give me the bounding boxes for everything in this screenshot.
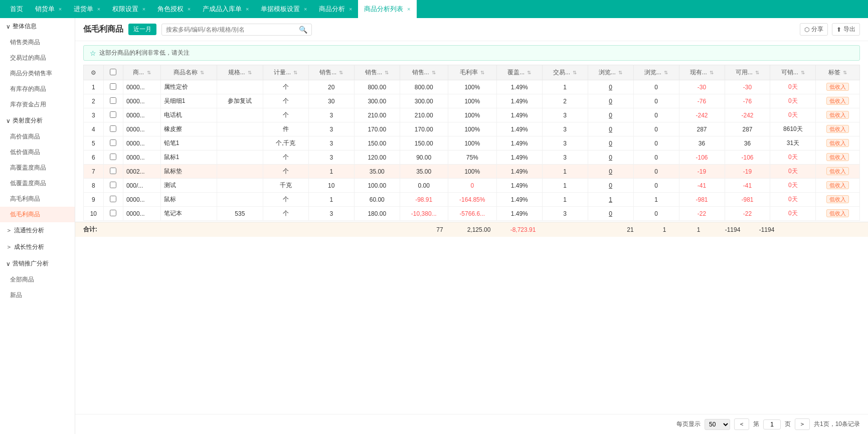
col-sellable[interactable]: 可销... ⇅ <box>770 65 816 80</box>
row-select-checkbox[interactable] <box>110 125 116 132</box>
row-checkbox[interactable] <box>103 179 123 193</box>
nav-item-purchase[interactable]: 进货单 × <box>68 0 106 18</box>
search-icon[interactable]: 🔍 <box>299 26 307 34</box>
nav-item-analysis[interactable]: 商品分析 × <box>313 0 358 18</box>
col-unit[interactable]: 计量... ⇅ <box>263 65 308 80</box>
share-button[interactable]: ⬡ 分享 <box>800 23 828 36</box>
nav-item-sales[interactable]: 销货单 × <box>29 0 68 18</box>
row-gross-margin: 0 <box>448 179 496 193</box>
row-browse1[interactable]: 0 <box>588 122 633 136</box>
nav-item-permissions[interactable]: 权限设置 × <box>106 0 151 18</box>
col-tag[interactable]: 标签 ⇅ <box>816 65 860 80</box>
sidebar-section-overall[interactable]: ∨ 整体信息 <box>0 18 75 35</box>
sidebar-item-low-margin[interactable]: 低毛利商品 <box>0 207 75 222</box>
col-gross-margin[interactable]: 毛利率 ⇅ <box>448 65 496 80</box>
col-name[interactable]: 商品名称 ⇅ <box>160 65 217 80</box>
col-current-stock[interactable]: 现有... ⇅ <box>679 65 725 80</box>
row-select-checkbox[interactable] <box>110 210 116 216</box>
sidebar-item-low-coverage[interactable]: 低覆盖度商品 <box>0 176 75 191</box>
col-browse1[interactable]: 浏览... ⇅ <box>588 65 633 80</box>
close-icon[interactable]: × <box>97 6 100 12</box>
row-browse1[interactable]: 0 <box>588 108 633 122</box>
row-checkbox[interactable] <box>103 136 123 151</box>
col-gear[interactable]: ⚙ <box>84 65 104 80</box>
sidebar-section-similarity[interactable]: ∨ 类射度分析 <box>0 112 75 129</box>
row-select-checkbox[interactable] <box>110 97 116 104</box>
close-icon[interactable]: × <box>407 6 410 12</box>
col-sales-amount[interactable]: 销售... ⇅ <box>400 65 448 80</box>
close-icon[interactable]: × <box>142 6 145 12</box>
row-sales-price: 100.00 <box>354 179 400 193</box>
sidebar-item-high-coverage[interactable]: 高覆盖度商品 <box>0 160 75 176</box>
close-icon[interactable]: × <box>349 6 352 12</box>
nav-item-template[interactable]: 单据模板设置 × <box>255 0 313 18</box>
sidebar-item-category-rate[interactable]: 商品分类销售率 <box>0 66 75 81</box>
nav-item-analysis-list[interactable]: 商品分析列表 × <box>358 0 416 18</box>
sidebar-section-marketing[interactable]: ∨ 营销推广分析 <box>0 255 75 272</box>
prev-page-button[interactable]: ＜ <box>734 418 749 430</box>
row-browse1[interactable]: 0 <box>588 136 633 151</box>
collapse-icon: ∨ <box>6 23 11 30</box>
col-available[interactable]: 可用... ⇅ <box>725 65 770 80</box>
sidebar-item-stocked-goods[interactable]: 有库存的商品 <box>0 81 75 97</box>
sidebar-item-new-goods[interactable]: 新品 <box>0 287 75 303</box>
page-size-select[interactable]: 50 100 200 <box>705 419 730 430</box>
row-sales-count: 20 <box>308 80 354 94</box>
row-checkbox[interactable] <box>103 193 123 207</box>
nav-item-products-in[interactable]: 产成品入库单 × <box>197 0 255 18</box>
close-icon[interactable]: × <box>188 6 191 12</box>
row-code: 0000... <box>123 193 160 207</box>
close-icon[interactable]: × <box>59 6 62 12</box>
nav-item-roles[interactable]: 角色授权 × <box>151 0 197 18</box>
col-sales-price[interactable]: 销售... ⇅ <box>354 65 400 80</box>
sidebar-item-stock-capital[interactable]: 库存资金占用 <box>0 97 75 112</box>
row-browse1[interactable]: 1 <box>588 193 633 207</box>
row-browse1[interactable]: 0 <box>588 94 633 108</box>
row-checkbox[interactable] <box>103 122 123 136</box>
sidebar-item-high-value[interactable]: 高价值商品 <box>0 129 75 144</box>
sidebar-section-circulation[interactable]: ＞ 流通性分析 <box>0 222 75 239</box>
col-code[interactable]: 商... ⇅ <box>123 65 160 80</box>
row-browse1[interactable]: 0 <box>588 165 633 179</box>
row-checkbox[interactable] <box>103 207 123 221</box>
col-sales-count[interactable]: 销售... ⇅ <box>308 65 354 80</box>
row-checkbox[interactable] <box>103 80 123 94</box>
search-input[interactable] <box>166 26 296 33</box>
row-browse1[interactable]: 0 <box>588 179 633 193</box>
next-page-button[interactable]: ＞ <box>795 418 810 430</box>
export-button[interactable]: ⬆ 导出 <box>832 23 860 36</box>
col-transaction[interactable]: 交易... ⇅ <box>542 65 588 80</box>
row-select-checkbox[interactable] <box>110 139 116 146</box>
row-browse1[interactable]: 0 <box>588 80 633 94</box>
row-select-checkbox[interactable] <box>110 182 116 188</box>
row-browse1[interactable]: 0 <box>588 151 633 165</box>
filter-button[interactable]: 近一月 <box>128 24 156 35</box>
row-browse1[interactable]: 0 <box>588 207 633 221</box>
col-coverage[interactable]: 覆盖... ⇅ <box>496 65 542 80</box>
row-select-checkbox[interactable] <box>110 111 116 118</box>
row-select-checkbox[interactable] <box>110 168 116 174</box>
sidebar-item-high-margin[interactable]: 高毛利商品 <box>0 191 75 207</box>
row-checkbox[interactable] <box>103 108 123 122</box>
row-select-checkbox[interactable] <box>110 154 116 160</box>
col-browse2[interactable]: 浏览... ⇅ <box>633 65 679 80</box>
row-name: 吴细细1 <box>160 94 217 108</box>
sidebar-item-sales-goods[interactable]: 销售类商品 <box>0 35 75 50</box>
row-sellable: 31天 <box>770 136 816 151</box>
sidebar-item-all-goods[interactable]: 全部商品 <box>0 272 75 287</box>
nav-item-home[interactable]: 首页 <box>4 0 29 18</box>
settings-icon[interactable]: ⚙ <box>91 69 96 76</box>
close-icon[interactable]: × <box>246 6 249 12</box>
close-icon[interactable]: × <box>304 6 307 12</box>
sidebar-section-growth[interactable]: ＞ 成长性分析 <box>0 239 75 255</box>
page-input[interactable] <box>763 419 781 429</box>
sidebar-item-traded-goods[interactable]: 交易过的商品 <box>0 50 75 66</box>
row-select-checkbox[interactable] <box>110 83 116 90</box>
row-checkbox[interactable] <box>103 165 123 179</box>
col-spec[interactable]: 规格... ⇅ <box>217 65 263 80</box>
row-checkbox[interactable] <box>103 151 123 165</box>
row-select-checkbox[interactable] <box>110 196 116 202</box>
select-all-checkbox[interactable] <box>110 69 116 75</box>
sidebar-item-low-value[interactable]: 低价值商品 <box>0 144 75 160</box>
row-checkbox[interactable] <box>103 94 123 108</box>
